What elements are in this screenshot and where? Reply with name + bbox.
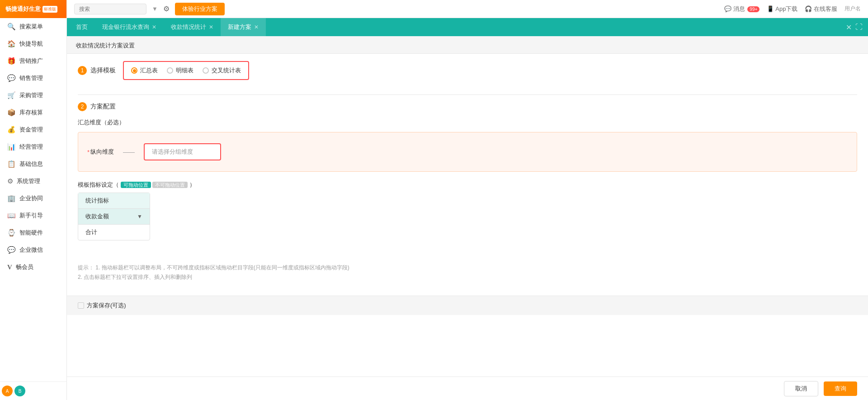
settings-icon[interactable]: ⚙	[163, 5, 170, 13]
tab-receipt-stats-close[interactable]: ✕	[209, 24, 213, 30]
sidebar-item-label: 快捷导航	[19, 40, 43, 48]
metrics-config: 模板指标设定（ 可拖动位置 不可拖动位置 ） 统计指标	[78, 181, 857, 240]
dropdown-arrow-icon[interactable]: ▼	[137, 213, 142, 220]
trial-btn[interactable]: 体验行业方案	[175, 3, 225, 15]
tab-bank-flow-label: 现金银行流水查询	[102, 23, 149, 31]
sidebar-item-label: 企业微信	[19, 246, 43, 254]
bottom-action-bar: 取消 查询	[67, 376, 868, 400]
template-options: 汇总表 明细表 交叉统计表	[123, 61, 249, 80]
sidebar: 畅捷通好生意 标准版 🔍 搜索菜单 🏠 快捷导航 🎁 营销推广 💬 销售管理 🛒…	[0, 0, 67, 400]
query-button[interactable]: 查询	[824, 381, 857, 396]
radio-summary[interactable]	[131, 67, 137, 74]
radio-detail[interactable]	[167, 67, 173, 74]
sidebar-item-label: 资金管理	[19, 126, 43, 134]
maximize-window-icon[interactable]: ⛶	[855, 23, 863, 31]
tips-line1: 提示： 1. 拖动标题栏可以调整布局，不可跨维度或指标区域拖动栏目字段(只能在同…	[78, 264, 846, 272]
step2-header: 2 方案配置	[78, 102, 857, 111]
sidebar-logo: 畅捷通好生意	[5, 5, 41, 13]
dimension-config-label: 汇总维度（必选）	[78, 118, 857, 127]
step1-number: 1	[78, 66, 87, 75]
dimension-select-placeholder: 请选择分组维度	[152, 148, 193, 155]
enterprise-icon: 🏢	[7, 194, 16, 202]
sidebar-edition: 标准版	[42, 6, 57, 13]
sidebar-item-inventory[interactable]: 📦 库存核算	[0, 104, 66, 121]
tab-home[interactable]: 首页	[67, 18, 95, 36]
sidebar-item-member[interactable]: V 畅会员	[0, 259, 66, 276]
metrics-label: 模板指标设定（ 可拖动位置 不可拖动位置 ）	[78, 181, 857, 189]
message-link[interactable]: 💬 消息 99+	[724, 5, 760, 13]
clipboard-icon: 📋	[7, 160, 16, 168]
sidebar-item-purchase[interactable]: 🛒 采购管理	[0, 87, 66, 104]
sidebar-item-label: 经营管理	[19, 143, 43, 151]
option-detail[interactable]: 明细表	[167, 66, 193, 75]
dimension-select[interactable]: 请选择分组维度	[144, 143, 221, 160]
topbar-right: 💬 消息 99+ 📱 App下载 🎧 在线客服 用户名	[724, 5, 861, 13]
sidebar-item-finance[interactable]: 💰 资金管理	[0, 121, 66, 138]
sidebar-item-marketing[interactable]: 🎁 营销推广	[0, 52, 66, 70]
app-download-link[interactable]: 📱 App下载	[767, 5, 797, 13]
sidebar-header: 畅捷通好生意 标准版	[0, 0, 66, 18]
tab-bank-flow-close[interactable]: ✕	[152, 24, 156, 30]
footer-section: 方案保存(可选)	[67, 296, 868, 315]
arrow-separator: ——	[123, 149, 135, 155]
metrics-setting-text: 模板指标设定（ 可拖动位置 不可拖动位置 ）	[78, 181, 195, 189]
stats-row-total: 合计	[78, 225, 150, 240]
tab-bank-flow[interactable]: 现金银行流水查询 ✕	[95, 18, 164, 36]
save-option-label: 方案保存(可选)	[87, 301, 126, 310]
sidebar-item-label: 销售管理	[19, 74, 43, 82]
sidebar-item-label: 企业协同	[19, 194, 43, 202]
sidebar-item-sales[interactable]: 💬 销售管理	[0, 70, 66, 87]
online-service-link[interactable]: 🎧 在线客服	[805, 5, 837, 13]
tab-new-plan[interactable]: 新建方案 ✕	[221, 18, 266, 36]
tab-new-plan-close[interactable]: ✕	[254, 24, 259, 30]
gear-icon: ⚙	[7, 177, 13, 185]
sidebar-item-basic-info[interactable]: 📋 基础信息	[0, 155, 66, 173]
radio-cross[interactable]	[203, 67, 209, 74]
gift-icon: 🎁	[7, 57, 16, 65]
topbar-dropdown-icon[interactable]: ▼	[152, 5, 158, 12]
sidebar-item-label: 基础信息	[19, 160, 43, 168]
home-icon: 🏠	[7, 40, 16, 48]
sidebar-item-smart-hw[interactable]: ⌚ 智能硬件	[0, 224, 66, 241]
tips-text1: 1. 拖动标题栏可以调整布局，不可跨维度或指标区域拖动栏目字段(只能在同一维度或…	[95, 264, 349, 271]
tab-home-label: 首页	[76, 23, 88, 31]
close-window-icon[interactable]: ✕	[846, 23, 852, 32]
tips-section: 提示： 1. 拖动标题栏可以调整布局，不可跨维度或指标区域拖动栏目字段(只能在同…	[78, 259, 857, 288]
sidebar-item-beginner[interactable]: 📖 新手引导	[0, 207, 66, 224]
online-service-label: 在线客服	[814, 5, 837, 12]
stats-table: 统计指标 收款金额 ▼ 合计	[78, 193, 150, 240]
page-title: 收款情况统计方案设置	[76, 42, 135, 49]
sidebar-item-label: 智能硬件	[19, 229, 43, 237]
option-summary[interactable]: 汇总表	[131, 66, 158, 75]
option-cross[interactable]: 交叉统计表	[203, 66, 241, 75]
box-icon: 📦	[7, 108, 16, 117]
stats-column-header[interactable]: 收款金额 ▼	[78, 209, 150, 225]
sidebar-item-enterprise[interactable]: 🏢 企业协同	[0, 190, 66, 207]
tab-receipt-stats[interactable]: 收款情况统计 ✕	[164, 18, 221, 36]
sidebar-item-operations[interactable]: 📊 经营管理	[0, 138, 66, 155]
user-name: 用户名	[844, 5, 861, 13]
checkbox-box[interactable]	[78, 302, 84, 309]
tips-title: 提示：	[78, 264, 94, 271]
chart-icon: 📊	[7, 143, 16, 151]
sidebar-item-quick-nav[interactable]: 🏠 快捷导航	[0, 35, 66, 52]
cancel-button[interactable]: 取消	[784, 381, 818, 396]
topbar: ▼ ⚙ 体验行业方案 💬 消息 99+ 📱 App下载 🎧 在线客服 用户名	[67, 0, 868, 18]
sales-icon: 💬	[7, 74, 16, 82]
step2-number: 2	[78, 102, 87, 111]
tabs-bar: 首页 现金银行流水查询 ✕ 收款情况统计 ✕ 新建方案 ✕ ✕ ⛶	[67, 18, 868, 36]
draggable-badge: 可拖动位置	[121, 182, 151, 188]
money-icon: 💰	[7, 126, 16, 134]
save-option-checkbox[interactable]: 方案保存(可选)	[78, 301, 857, 310]
option-detail-label: 明细表	[176, 66, 193, 75]
sidebar-bottom: A B	[0, 381, 66, 400]
tips-line2: 2. 点击标题栏下拉可设置排序、插入列和删除列	[78, 273, 846, 281]
vertical-dimension-label: * 纵向维度	[87, 148, 114, 156]
vip-icon: V	[7, 264, 12, 271]
step2-label: 方案配置	[90, 103, 116, 111]
sidebar-item-search-menu[interactable]: 🔍 搜索菜单	[0, 18, 66, 35]
step1-header: 1 选择模板 汇总表 明细表 交叉统计表	[78, 61, 857, 80]
sidebar-item-enterprise-wechat[interactable]: 💬 企业微信	[0, 241, 66, 259]
search-input[interactable]	[74, 4, 146, 14]
sidebar-item-system[interactable]: ⚙ 系统管理	[0, 173, 66, 190]
